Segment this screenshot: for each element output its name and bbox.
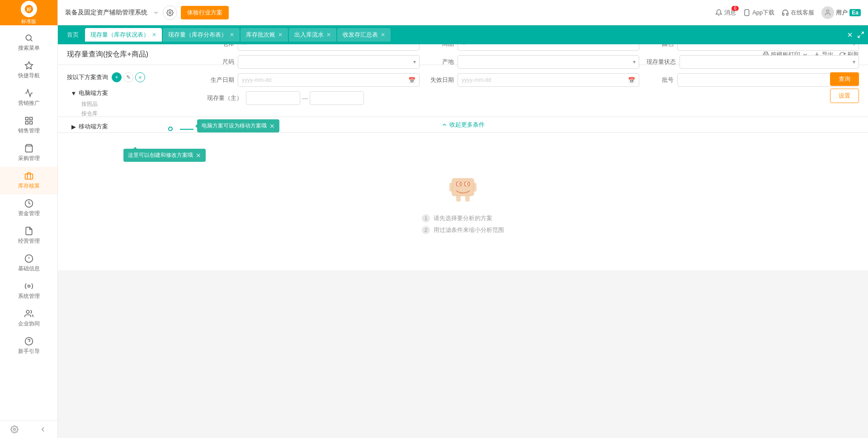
tab-receipt-summary-close[interactable]: ✕ xyxy=(381,32,385,38)
tab-close-all-icon[interactable] xyxy=(846,31,854,38)
collapse-sidebar-button[interactable] xyxy=(39,425,47,433)
filter-product: 商品 ··· xyxy=(427,44,639,51)
search-button[interactable]: 查询 xyxy=(830,72,859,86)
expiry-date-calendar-icon: 📅 xyxy=(628,77,635,84)
batch-label: 批号 xyxy=(646,76,674,84)
filter-color: 颜色 xyxy=(646,44,859,51)
stock-status-select[interactable] xyxy=(679,55,859,69)
svg-marker-4 xyxy=(25,62,33,69)
filter-warehouse: 仓库 ··· xyxy=(207,44,420,51)
sidebar-item-quick-nav[interactable]: 快捷导航 xyxy=(0,57,57,84)
production-date-input[interactable]: yyyy-mm-dd 📅 xyxy=(238,73,420,87)
filter-fields-container: 仓库 ··· 商品 ··· 颜色 xyxy=(207,44,859,105)
empty-hints: 1 请先选择要分析的方案 2 用过滤条件来缩小分析范围 xyxy=(422,214,504,234)
tab-home[interactable]: 首页 xyxy=(61,28,84,42)
svg-point-15 xyxy=(28,285,30,287)
product-dots: ··· xyxy=(462,44,467,47)
system-title-dropdown[interactable]: 装备及固定资产辅助管理系统 xyxy=(65,9,159,17)
collapse-arrow-icon: ▶ xyxy=(71,123,77,130)
sidebar-item-enterprise[interactable]: 企业协同 xyxy=(0,305,57,332)
product-label: 商品 xyxy=(427,44,454,48)
svg-point-19 xyxy=(14,429,16,431)
tab-inventory-status[interactable]: 现存量（库存状况表） ✕ xyxy=(85,28,162,42)
filter-size: 尺码 xyxy=(207,55,420,69)
filter-origin: 产地 xyxy=(427,55,639,69)
origin-label: 产地 xyxy=(427,58,454,66)
filter-section: 按以下方案查询 + ✎ « ▼ 电脑端方案 按照品 按仓库 ▶ xyxy=(58,65,868,117)
scheme-tooltip-close[interactable]: ✕ xyxy=(269,122,275,130)
origin-select[interactable] xyxy=(458,55,639,69)
filter-row-3: 生产日期 yyyy-mm-dd 📅 失效日期 yyyy-mm-dd 📅 xyxy=(207,73,859,87)
stock-status-label: 现存量状态 xyxy=(646,58,676,66)
sidebar-item-basic[interactable]: 基础信息 xyxy=(0,250,57,277)
warehouse-dots: ··· xyxy=(242,44,247,47)
tab-inventory-status-close[interactable]: ✕ xyxy=(152,32,156,38)
tab-inventory-dist[interactable]: 现存量（库存分布表） ✕ xyxy=(163,28,240,42)
stock-qty-from[interactable] xyxy=(246,91,300,105)
sidebar-item-purchase[interactable]: 采购管理 xyxy=(0,139,57,167)
back-scheme-button[interactable]: « xyxy=(135,72,145,82)
notification-badge[interactable]: 消息 6 xyxy=(715,9,736,17)
scheme-sub-item-2[interactable]: 按仓库 xyxy=(81,109,859,118)
tab-batch-account-close[interactable]: ✕ xyxy=(278,32,283,38)
add-scheme-button[interactable]: + xyxy=(112,72,122,82)
tab-inventory-dist-close[interactable]: ✕ xyxy=(230,32,234,38)
tab-batch-account[interactable]: 库存批次账 ✕ xyxy=(241,28,288,42)
sidebar-item-search-label: 搜索菜单 xyxy=(18,44,40,52)
sidebar-logo: 好 标准版 xyxy=(0,0,57,25)
svg-point-39 xyxy=(458,183,460,185)
scheme-mobile-item[interactable]: ▶ 移动端方案 xyxy=(71,121,859,132)
scheme-tooltip-bubble: 电脑方案可设为移动方案哦 ✕ xyxy=(197,119,279,132)
sidebar-item-marketing[interactable]: 营销推广 xyxy=(0,84,57,112)
stock-qty-range: — xyxy=(246,91,364,105)
ea-badge: Ea xyxy=(849,9,861,16)
svg-rect-6 xyxy=(29,118,32,120)
sidebar-item-basic-label: 基础信息 xyxy=(18,265,40,273)
create-tooltip-close[interactable]: ✕ xyxy=(196,152,201,159)
user-action[interactable]: 用户 Ea xyxy=(821,6,861,19)
settings-gear-button[interactable] xyxy=(163,5,177,20)
filter-stock-qty: 现存量（主） — xyxy=(207,91,364,105)
tab-home-label: 首页 xyxy=(67,31,79,39)
sidebar-item-sales[interactable]: 销售管理 xyxy=(0,112,57,139)
scheme-tooltip-text: 电脑方案可设为移动方案哦 xyxy=(202,122,267,130)
product-input[interactable]: ··· xyxy=(458,44,639,51)
filter-row-4: 现存量（主） — xyxy=(207,91,859,105)
svg-point-23 xyxy=(827,10,829,12)
sidebar-item-search[interactable]: 搜索菜单 xyxy=(0,29,57,57)
tab-receipt-summary-label: 收发存汇总表 xyxy=(343,31,378,39)
tab-inventory-dist-label: 现存量（库存分布表） xyxy=(168,31,227,39)
expiry-date-input[interactable]: yyyy-mm-dd 📅 xyxy=(458,73,639,87)
sidebar-item-system[interactable]: 系统管理 xyxy=(0,277,57,305)
sidebar-item-operations[interactable]: 经营管理 xyxy=(0,222,57,250)
tab-expand-icon[interactable] xyxy=(857,31,864,38)
tab-receipt-summary[interactable]: 收发存汇总表 ✕ xyxy=(337,28,391,42)
reset-button[interactable]: 设置 xyxy=(830,89,859,103)
sidebar-item-guide[interactable]: 新手引导 xyxy=(0,332,57,360)
sidebar-item-inventory-label: 库存核算 xyxy=(18,182,40,190)
size-select[interactable] xyxy=(238,55,420,69)
stock-qty-to[interactable] xyxy=(310,91,364,105)
app-download-action[interactable]: App下载 xyxy=(743,9,774,17)
sidebar-item-enterprise-label: 企业协同 xyxy=(18,320,40,328)
stock-status-select-wrapper xyxy=(679,55,859,69)
sidebar-item-inventory[interactable]: 库存核算 xyxy=(0,167,57,194)
svg-rect-7 xyxy=(29,122,32,124)
svg-rect-33 xyxy=(449,183,453,192)
expiry-date-label: 失效日期 xyxy=(427,76,454,84)
filter-row-1: 仓库 ··· 商品 ··· 颜色 xyxy=(207,44,859,51)
empty-illustration xyxy=(440,169,486,205)
tab-in-out-flow[interactable]: 出入库流水 ✕ xyxy=(289,28,336,42)
svg-rect-36 xyxy=(465,195,470,202)
size-select-wrapper xyxy=(238,55,420,69)
experience-button[interactable]: 体验行业方案 xyxy=(181,6,229,19)
settings-button[interactable] xyxy=(10,425,19,433)
color-select[interactable] xyxy=(677,44,859,51)
sidebar-item-finance[interactable]: 资金管理 xyxy=(0,194,57,222)
tab-in-out-flow-close[interactable]: ✕ xyxy=(326,32,331,38)
warehouse-input[interactable]: ··· xyxy=(238,44,420,51)
bell-icon xyxy=(715,9,722,16)
edit-scheme-button[interactable]: ✎ xyxy=(123,72,133,82)
scheme-desktop-label: 电脑端方案 xyxy=(79,89,108,97)
online-service-action[interactable]: 在线客服 xyxy=(782,9,814,17)
